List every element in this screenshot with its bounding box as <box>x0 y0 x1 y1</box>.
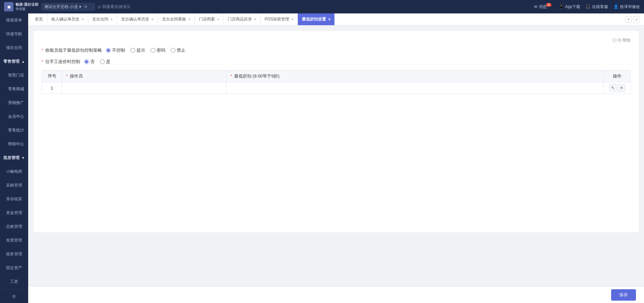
radio-password[interactable]: 密码 <box>151 47 165 53</box>
sidebar-item-purchase-mgmt[interactable]: 采购管理 <box>0 179 28 192</box>
tab-store-product-catalog-label: 门店商品目录 <box>228 16 252 22</box>
tab-store-archive[interactable]: 门店档案 × <box>195 13 224 26</box>
page-footer: 保存 <box>28 286 644 303</box>
help-link[interactable]: ⓘ ⓪ 帮助 <box>612 38 631 43</box>
sidebar-item-fixed-assets[interactable]: 固定资产 <box>0 261 28 275</box>
sidebar-item-shortcuts[interactable]: 快捷导航 <box>0 27 28 41</box>
sidebar-item-wholesale-mgmt[interactable]: 批发管理 ▼ <box>0 151 28 165</box>
sidebar-item-fund-mgmt[interactable]: 资金管理 <box>0 206 28 220</box>
required-mark-2: * <box>42 59 43 64</box>
app-download-item[interactable]: 📱 App下载 <box>559 4 580 10</box>
radio-no-control[interactable]: 不控制 <box>106 47 125 53</box>
tab-income-confirm-history-label: 收入确认单历史 <box>51 16 79 22</box>
sidebar-gear-button[interactable]: ⚙ <box>0 290 28 303</box>
radio-no-label: 否 <box>90 59 95 65</box>
sidebar-item-retail-mall[interactable]: 零售商城 <box>0 82 28 96</box>
tab-payment-confirm-history[interactable]: 支出确认单历史 × <box>117 13 158 26</box>
settings-icon[interactable]: ⚙ <box>84 4 88 9</box>
row-seq-cell: 1 <box>42 82 62 94</box>
tab-income-confirm-history-close[interactable]: × <box>82 17 84 22</box>
sidebar-item-inventory[interactable]: 库存核算 <box>0 192 28 206</box>
logo-text-area: 畅捷·通好业财 专业版 <box>15 2 39 11</box>
table-row: 1 ✎ ✕ <box>42 82 631 94</box>
sidebar-item-retail-mgmt[interactable]: 零售管理 ▲ <box>0 55 28 68</box>
col-action-header: 操作 <box>604 70 631 82</box>
tab-store-product-catalog-close[interactable]: × <box>254 17 256 22</box>
sidebar-item-ledger-mgmt[interactable]: 总账管理 <box>0 220 28 234</box>
row-operator-cell <box>62 82 226 94</box>
radio-forbidden-input[interactable] <box>171 48 175 53</box>
delete-button[interactable]: ✕ <box>618 84 625 92</box>
radio-yes-input[interactable] <box>100 59 105 64</box>
tab-close-btn[interactable]: × <box>625 16 632 23</box>
tab-payment-confirm-history-close[interactable]: × <box>151 17 154 22</box>
sidebar-item-project-contract[interactable]: 项目合同 <box>0 41 28 55</box>
tab-store-product-catalog[interactable]: 门店商品目录 × <box>224 13 261 26</box>
tab-pos-password-mgmt[interactable]: POS加密管理 × <box>261 13 298 26</box>
discount-policy-radio-group: 不控制 提示 密码 禁止 <box>106 47 185 53</box>
user-item[interactable]: 👤 徐泽华修改 <box>613 4 640 10</box>
sidebar-item-retail-stats[interactable]: 零售统计 <box>0 123 28 137</box>
radio-no-control-input[interactable] <box>106 48 111 53</box>
radio-hint-label: 提示 <box>137 47 145 53</box>
tab-pos-password-mgmt-close[interactable]: × <box>291 17 293 22</box>
table-body: 1 ✎ ✕ <box>42 82 631 94</box>
tab-home[interactable]: 首页 <box>31 13 47 26</box>
radio-password-input[interactable] <box>151 48 155 53</box>
tab-min-discount-setting-close[interactable]: × <box>328 17 330 22</box>
tab-payment-contract-board-label: 支出合同看板 <box>162 16 186 22</box>
smart-store-label: 智营门店 <box>8 72 24 78</box>
tax-mgmt-label: 税务管理 <box>6 251 22 257</box>
tab-payment-contract-board[interactable]: 支出合同看板 × <box>158 13 195 26</box>
tab-min-discount-setting-label: 最低折扣设置 <box>302 16 326 22</box>
radio-hint-input[interactable] <box>130 48 135 53</box>
sidebar-item-help-center[interactable]: 帮助中心 <box>0 137 28 151</box>
sidebar-item-smart-store[interactable]: 智营门店 <box>0 68 28 82</box>
radio-hint[interactable]: 提示 <box>130 47 145 53</box>
radio-no[interactable]: 否 <box>84 59 95 65</box>
tab-payment-contract-close[interactable]: × <box>110 17 113 22</box>
radio-forbidden[interactable]: 禁止 <box>171 47 185 53</box>
sidebar-item-ecommerce[interactable]: 小畅电商 <box>0 165 28 179</box>
tab-home-label: 首页 <box>35 16 43 22</box>
retail-stats-label: 零售统计 <box>8 128 24 133</box>
tab-income-confirm-history[interactable]: 收入确认单历史 × <box>47 13 88 26</box>
project-label: 测试分开完程-小况 <box>44 4 78 10</box>
discount-policy-row: * 收银员低于最低折扣控制策略 不控制 提示 <box>42 47 631 53</box>
ecommerce-label: 小畅电商 <box>6 169 22 174</box>
manual-control-label: * 仅手工改价时控制 <box>42 59 80 65</box>
tab-store-archive-close[interactable]: × <box>217 17 219 22</box>
sidebar-item-search[interactable]: 搜索菜单 <box>0 13 28 27</box>
save-button[interactable]: 保存 <box>611 289 636 301</box>
tab-payment-contract-board-close[interactable]: × <box>188 17 191 22</box>
user-icon: 👤 <box>613 4 619 9</box>
tab-bar: 首页 收入确认单历史 × 支出合同 × 支出确认单历史 × 支出合同看板 × 门… <box>28 13 644 26</box>
row-discount-cell <box>226 82 603 94</box>
ledger-mgmt-label: 总账管理 <box>6 224 22 230</box>
demo-link[interactable]: ◎ 我要看实例演示 <box>98 4 130 10</box>
sidebar-item-tax-mgmt[interactable]: 税务管理 <box>0 247 28 261</box>
sidebar-item-invoice-mgmt[interactable]: 发票管理 <box>0 234 28 247</box>
app-download-label: App下载 <box>565 4 580 10</box>
online-service-item[interactable]: 🎧 在线客服 <box>586 4 608 10</box>
demo-link-label: 我要看实例演示 <box>102 4 130 10</box>
tab-pos-password-mgmt-label: POS加密管理 <box>265 16 289 22</box>
radio-yes[interactable]: 是 <box>100 59 110 65</box>
tab-payment-contract[interactable]: 支出合同 × <box>88 13 117 26</box>
sidebar-bottom: ⚙ <box>0 290 28 303</box>
edit-button[interactable]: ✎ <box>609 84 616 92</box>
tab-payment-contract-label: 支出合同 <box>92 16 108 22</box>
sidebar-item-member-center[interactable]: 会员中心 <box>0 110 28 123</box>
tab-min-discount-setting[interactable]: 最低折扣设置 × <box>298 13 335 26</box>
project-selector[interactable]: 测试分开完程-小况 ▾ ⚙ <box>41 3 95 11</box>
tab-payment-confirm-history-label: 支出确认单历史 <box>121 16 149 22</box>
radio-no-input[interactable] <box>84 59 89 64</box>
logo-icon: ▣ <box>4 2 13 11</box>
sidebar-item-payroll[interactable]: 工资 <box>0 275 28 289</box>
help-center-label: 帮助中心 <box>8 141 24 147</box>
sidebar-item-marketing[interactable]: 营销推广 <box>0 96 28 110</box>
tab-expand-btn[interactable]: ⤢ <box>633 16 640 23</box>
message-item[interactable]: ✉ 消息 8 <box>534 4 553 10</box>
tab-controls: × ⤢ <box>625 16 641 23</box>
phone-icon: 📱 <box>559 4 564 9</box>
